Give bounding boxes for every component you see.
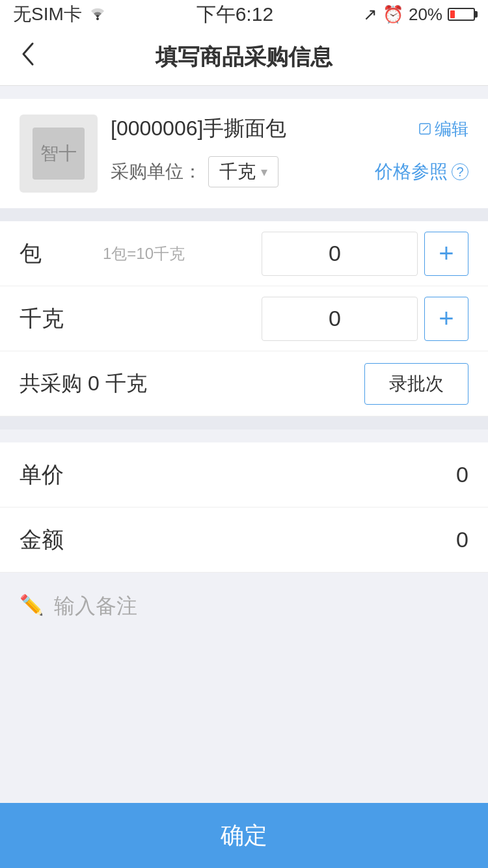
amount-value: 0 — [456, 527, 468, 552]
alarm-icon: ⏰ — [383, 5, 403, 25]
product-image: 智十 — [20, 115, 98, 193]
svg-line-3 — [427, 126, 428, 127]
batch-button[interactable]: 录批次 — [364, 363, 468, 405]
section-divider-2 — [0, 416, 488, 429]
notes-section[interactable]: ✏️ 输入备注 — [0, 573, 488, 833]
bag-quantity-input[interactable] — [262, 232, 418, 276]
summary-text: 共采购 0 千克 — [20, 370, 147, 398]
kg-input-row: 千克 + — [0, 286, 488, 351]
status-left: 无SIM卡 — [13, 2, 107, 27]
svg-line-2 — [423, 127, 427, 131]
kg-plus-button[interactable]: + — [424, 297, 468, 341]
product-name-row: [0000006]手撕面包 编辑 — [111, 115, 468, 143]
unit-row: 采购单位： 千克 ▾ 价格参照 ? — [111, 156, 468, 187]
status-right: ↗ ⏰ 20% — [363, 5, 475, 25]
time-display: 下午6:12 — [197, 1, 273, 28]
info-icon: ? — [452, 163, 468, 180]
unit-price-row: 单价 0 — [0, 442, 488, 508]
wifi-icon — [88, 4, 107, 25]
product-name: [0000006]手撕面包 — [111, 115, 286, 143]
bag-sublabel: 1包=10千克 — [103, 243, 185, 264]
kg-quantity-input[interactable] — [262, 297, 418, 341]
chevron-down-icon: ▾ — [261, 164, 267, 180]
amount-row: 金额 0 — [0, 508, 488, 573]
kg-label: 千克 — [20, 304, 98, 334]
carrier-text: 无SIM卡 — [13, 2, 82, 27]
back-button[interactable] — [20, 41, 35, 73]
notes-placeholder: 输入备注 — [54, 592, 137, 621]
edit-button[interactable]: 编辑 — [418, 118, 468, 141]
page-title: 填写商品采购信息 — [156, 42, 332, 72]
svg-point-0 — [96, 18, 99, 20]
nav-bar: 填写商品采购信息 — [0, 29, 488, 86]
input-section: 包 1包=10千克 + 千克 + 共采购 0 千克 录批次 — [0, 221, 488, 416]
unit-label: 采购单位： — [111, 159, 202, 184]
amount-label: 金额 — [20, 525, 64, 555]
pencil-icon: ✏️ — [20, 593, 44, 616]
bag-input-row: 包 1包=10千克 + — [0, 221, 488, 286]
bag-plus-button[interactable]: + — [424, 232, 468, 276]
product-logo: 智十 — [33, 128, 85, 180]
unit-price-value: 0 — [456, 462, 468, 487]
location-icon: ↗ — [363, 5, 377, 25]
product-card: 智十 [0000006]手撕面包 编辑 采购单位： 千克 ▾ — [0, 99, 488, 208]
unit-price-label: 单价 — [20, 460, 64, 490]
price-section: 单价 0 金额 0 — [0, 442, 488, 573]
confirm-button[interactable]: 确定 — [0, 803, 488, 868]
product-info: [0000006]手撕面包 编辑 采购单位： 千克 ▾ 价格参照 ? — [111, 115, 468, 187]
status-bar: 无SIM卡 下午6:12 ↗ ⏰ 20% — [0, 0, 488, 29]
battery-percent: 20% — [409, 5, 442, 25]
bag-label: 包 — [20, 239, 98, 269]
section-divider-1 — [0, 208, 488, 221]
price-ref-button[interactable]: 价格参照 ? — [375, 159, 468, 184]
summary-row: 共采购 0 千克 录批次 — [0, 351, 488, 416]
unit-select[interactable]: 千克 ▾ — [208, 156, 278, 187]
battery-icon — [448, 8, 475, 21]
